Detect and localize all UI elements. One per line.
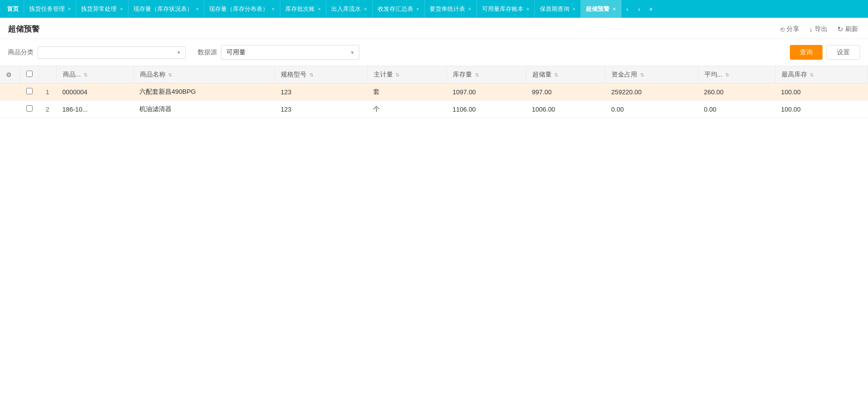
nav-tab-inout-flow-close[interactable]: × <box>364 6 367 12</box>
nav-tab-batch-account-close[interactable]: × <box>318 6 321 12</box>
sort-capital-icon: ⇅ <box>640 72 644 78</box>
col-overstock-label: 超储量 <box>532 71 552 78</box>
col-product-name[interactable]: 商品名称 ⇅ <box>133 66 275 83</box>
col-settings[interactable]: ⚙ <box>0 66 20 83</box>
settings-icon[interactable]: ⚙ <box>6 71 12 79</box>
export-button[interactable]: ↓ 导出 <box>807 24 829 35</box>
datasource-select[interactable]: 可用量 ▾ <box>221 45 359 60</box>
nav-tab-overstock-close[interactable]: × <box>612 6 615 12</box>
nav-tab-batch-account[interactable]: 库存批次账 × <box>280 0 326 18</box>
nav-tab-exception[interactable]: 拣货异常处理 × <box>76 0 128 18</box>
col-unit[interactable]: 主计量 ⇅ <box>367 66 447 83</box>
header-actions: ⎋ 分享 ↓ 导出 ↻ 刷新 <box>779 24 860 35</box>
col-inventory[interactable]: 库存量 ⇅ <box>447 66 526 83</box>
row-max-stock: 100.00 <box>775 83 868 101</box>
col-capital[interactable]: 资金占用 ⇅ <box>606 66 698 83</box>
col-product-name-label: 商品名称 <box>140 71 166 78</box>
col-spec[interactable]: 规格型号 ⇅ <box>275 66 367 83</box>
sort-unit-icon: ⇅ <box>395 72 399 78</box>
row-checkbox-cell[interactable] <box>20 83 39 101</box>
nav-tab-task-mgmt-close[interactable]: × <box>68 6 71 12</box>
nav-tab-inventory-status[interactable]: 现存量（库存状况表） × <box>129 0 204 18</box>
col-overstock[interactable]: 超储量 ⇅ <box>526 66 606 83</box>
nav-tab-available-ledger-close[interactable]: × <box>526 6 529 12</box>
nav-tab-inventory-dist[interactable]: 现存量（库存分布表） × <box>204 0 280 18</box>
share-label: 分享 <box>786 25 799 34</box>
row-max-stock: 100.00 <box>775 101 868 118</box>
nav-tab-expiry[interactable]: 保质期查询 × <box>535 0 581 18</box>
col-max-stock[interactable]: 最高库存 ⇅ <box>775 66 868 83</box>
nav-tab-home-label: 首页 <box>7 5 19 13</box>
table-row[interactable]: 1 0000004 六配套新昌490BPG 123 套 1097.00 997.… <box>0 83 868 101</box>
nav-tab-inout-flow[interactable]: 出入库流水 × <box>326 0 372 18</box>
nav-tab-order-stats[interactable]: 要货单统计表 × <box>425 0 477 18</box>
query-button[interactable]: 查询 <box>790 45 823 60</box>
category-select[interactable]: ▾ <box>38 46 186 59</box>
row-settings-cell <box>0 101 20 118</box>
col-num <box>39 66 56 83</box>
share-button[interactable]: ⎋ 分享 <box>779 24 801 35</box>
export-icon: ↓ <box>809 25 813 33</box>
nav-tab-summary[interactable]: 收发存汇总表 × <box>373 0 425 18</box>
category-label: 商品分类 <box>8 48 34 57</box>
main-table: ⚙ 商品... ⇅ 商品名称 ⇅ 规格型号 <box>0 66 868 118</box>
nav-tab-overstock-label: 超储预警 <box>586 5 609 13</box>
col-unit-label: 主计量 <box>374 71 393 78</box>
nav-more-arrow[interactable]: × <box>645 0 657 18</box>
export-label: 导出 <box>815 25 827 34</box>
nav-tab-order-stats-label: 要货单统计表 <box>430 5 465 13</box>
nav-next-arrow[interactable]: › <box>633 0 645 18</box>
nav-tab-home[interactable]: 首页 <box>2 0 24 18</box>
row-inventory: 1106.00 <box>447 101 526 118</box>
nav-tab-overstock[interactable]: 超储预警 × <box>581 0 621 18</box>
row-avg: 260.00 <box>698 83 775 101</box>
nav-tab-inventory-dist-label: 现存量（库存分布表） <box>209 5 268 13</box>
sort-max-stock-icon: ⇅ <box>810 72 814 78</box>
refresh-label: 刷新 <box>845 25 858 34</box>
refresh-button[interactable]: ↻ 刷新 <box>835 24 860 35</box>
col-product-code[interactable]: 商品... ⇅ <box>56 66 133 83</box>
nav-tab-inventory-dist-close[interactable]: × <box>271 6 274 12</box>
col-avg[interactable]: 平均... ⇅ <box>698 66 775 83</box>
col-capital-label: 资金占用 <box>611 71 637 78</box>
filter-area: 商品分类 ▾ 数据源 可用量 ▾ 查询 设置 <box>0 39 868 66</box>
nav-tab-inventory-status-close[interactable]: × <box>196 6 199 12</box>
row-capital: 259220.00 <box>606 83 698 101</box>
category-filter: 商品分类 ▾ <box>8 46 186 59</box>
datasource-select-value: 可用量 <box>226 48 246 57</box>
sort-spec-icon: ⇅ <box>309 72 313 78</box>
row-product-code: 0000004 <box>56 83 133 101</box>
row-checkbox-cell[interactable] <box>20 101 39 118</box>
row-product-code: 186-10... <box>56 101 133 118</box>
row-num: 1 <box>39 83 56 101</box>
nav-tab-exception-label: 拣货异常处理 <box>81 5 117 13</box>
select-all-checkbox[interactable] <box>26 71 33 77</box>
row-overstock: 1006.00 <box>526 101 606 118</box>
sort-inventory-icon: ⇅ <box>475 72 479 78</box>
row-unit: 套 <box>367 83 447 101</box>
datasource-label: 数据源 <box>198 48 217 57</box>
nav-tab-expiry-close[interactable]: × <box>572 6 575 12</box>
datasource-filter: 数据源 可用量 ▾ <box>198 45 359 60</box>
col-avg-label: 平均... <box>704 71 723 78</box>
row-unit: 个 <box>367 101 447 118</box>
nav-tab-order-stats-close[interactable]: × <box>468 6 471 12</box>
category-dropdown-icon: ▾ <box>177 49 180 56</box>
datasource-dropdown-icon: ▾ <box>351 49 354 56</box>
page-header: 超储预警 ⎋ 分享 ↓ 导出 ↻ 刷新 <box>0 18 868 39</box>
table-row[interactable]: 2 186-10... 机油滤清器 123 个 1106.00 1006.00 … <box>0 101 868 118</box>
table-body: 1 0000004 六配套新昌490BPG 123 套 1097.00 997.… <box>0 83 868 118</box>
sort-overstock-icon: ⇅ <box>554 72 558 78</box>
page-title: 超储预警 <box>8 24 40 35</box>
nav-tab-available-ledger[interactable]: 可用量库存账本 × <box>477 0 535 18</box>
nav-prev-arrow[interactable]: ‹ <box>621 0 633 18</box>
settings-button[interactable]: 设置 <box>826 45 860 60</box>
nav-tab-task-mgmt[interactable]: 拣货任务管理 × <box>24 0 76 18</box>
row-checkbox[interactable] <box>26 88 33 94</box>
row-avg: 0.00 <box>698 101 775 118</box>
nav-tab-summary-close[interactable]: × <box>416 6 419 12</box>
sort-product-code-icon: ⇅ <box>84 72 87 78</box>
row-checkbox[interactable] <box>26 105 33 112</box>
nav-tab-expiry-label: 保质期查询 <box>540 5 569 13</box>
nav-tab-exception-close[interactable]: × <box>120 6 123 12</box>
